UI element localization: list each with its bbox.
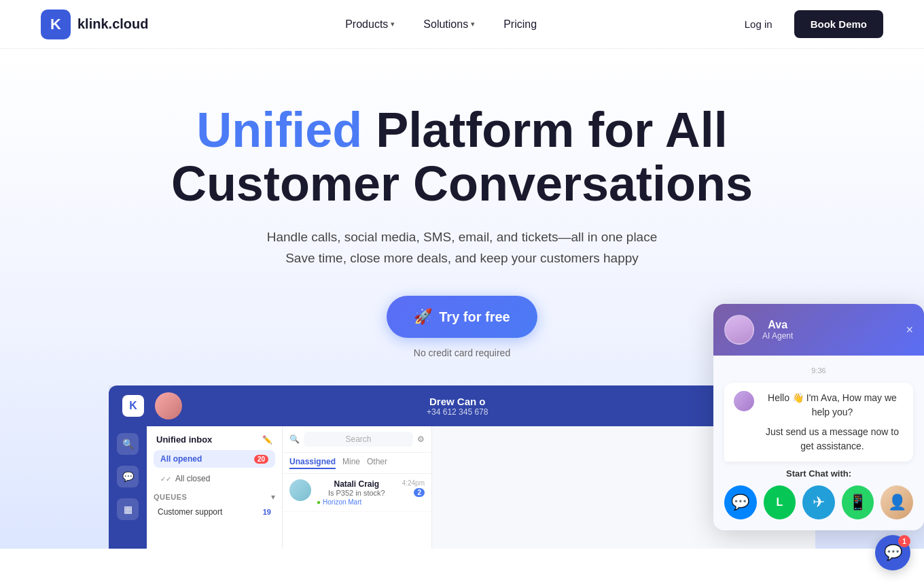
call-bar-logo: K bbox=[122, 395, 144, 417]
sidebar-icons: 🔍 💬 ▦ bbox=[109, 426, 147, 549]
queues-label: Queues bbox=[154, 493, 187, 501]
inbox-title: Unified inbox ✏️ bbox=[147, 434, 282, 450]
chat-close-button[interactable]: × bbox=[906, 323, 913, 337]
chevron-down-icon: ▾ bbox=[471, 20, 475, 29]
login-button[interactable]: Log in bbox=[734, 13, 783, 35]
chat-bubble: Hello 👋 I'm Ava, How may we help you? Ju… bbox=[724, 383, 913, 462]
chat-avatar-inner bbox=[726, 316, 753, 343]
channel-messenger-button[interactable]: 💬 bbox=[724, 485, 757, 519]
nav-products-label: Products bbox=[345, 18, 388, 31]
hero-title: Unified Platform for All Customer Conver… bbox=[156, 103, 768, 211]
channel-line-button[interactable]: L bbox=[764, 485, 796, 519]
chat-channels: 💬 L ✈ 📱 👤 bbox=[724, 485, 913, 519]
dashboard-frame: K Drew Can o +34 612 345 678 Ringing 🔍 💬… bbox=[109, 385, 815, 549]
conv-unread-badge: 2 bbox=[414, 488, 425, 497]
queues-section: Queues ▾ bbox=[154, 492, 275, 502]
conv-time: 4:24pm bbox=[402, 479, 425, 487]
call-bar: K Drew Can o +34 612 345 678 Ringing bbox=[109, 385, 815, 426]
conv-channel: ● Horizon Mart bbox=[317, 498, 397, 506]
edit-icon[interactable]: ✏️ bbox=[262, 435, 272, 445]
search-icon: 🔍 bbox=[289, 434, 300, 444]
chat-agent-role: AI Agent bbox=[762, 331, 793, 341]
sidebar-chat-icon[interactable]: 💬 bbox=[117, 466, 139, 487]
caller-info: Drew Can o +34 612 345 678 bbox=[193, 396, 722, 417]
logo-text: klink.cloud bbox=[77, 16, 148, 32]
logo[interactable]: K klink.cloud bbox=[41, 10, 148, 39]
try-for-free-button[interactable]: 🚀 Try for free bbox=[387, 296, 537, 338]
queues-toggle[interactable]: ▾ bbox=[271, 492, 275, 502]
dashboard-body: 🔍 💬 ▦ Unified inbox ✏️ All opened 20 bbox=[109, 426, 815, 549]
cta-label: Try for free bbox=[439, 309, 510, 325]
dashboard-preview: K Drew Can o +34 612 345 678 Ringing 🔍 💬… bbox=[109, 385, 815, 549]
sidebar-search-icon[interactable]: 🔍 bbox=[117, 433, 139, 455]
caller-name: Drew Can o bbox=[193, 396, 722, 407]
conv-tabs: Unassigned Mine Other bbox=[283, 453, 431, 474]
queue-name: Customer support bbox=[158, 507, 222, 517]
hero-subtitle-line2: Save time, close more deals, and keep yo… bbox=[285, 251, 639, 265]
nav-links: Products ▾ Solutions ▾ Pricing bbox=[334, 13, 548, 36]
chat-body: 9:36 Hello 👋 I'm Ava, How may we help yo… bbox=[713, 356, 924, 530]
channel-telegram-button[interactable]: ✈ bbox=[802, 485, 835, 519]
chat-agent-name: Ava bbox=[762, 319, 793, 331]
conv-contact-name: Natali Craig bbox=[317, 479, 397, 489]
chat-bubble-text: Hello 👋 I'm Ava, How may we help you? Ju… bbox=[761, 391, 904, 453]
all-opened-label: All opened bbox=[160, 454, 202, 464]
queue-list-item[interactable]: Customer support 19 bbox=[154, 504, 275, 519]
hero-subtitle-line1: Handle calls, social media, SMS, email, … bbox=[267, 230, 658, 244]
nav-pricing-label: Pricing bbox=[503, 18, 537, 31]
conv-meta: 4:24pm 2 bbox=[402, 479, 425, 497]
conversation-item[interactable]: Natali Craig Is P352 in stock? ● Horizon… bbox=[283, 474, 431, 512]
chat-start-label: Start Chat with: bbox=[724, 468, 913, 479]
chat-widget: Ava AI Agent × 9:36 Hello 👋 I'm Ava, How… bbox=[713, 304, 924, 530]
chat-greeting: Hello 👋 I'm Ava, How may we help you? bbox=[761, 391, 904, 419]
channel-whatsapp-button[interactable]: 📱 bbox=[842, 485, 874, 519]
inbox-title-text: Unified inbox bbox=[156, 434, 212, 445]
chat-agent-avatar bbox=[724, 315, 754, 345]
conv-search-bar: 🔍 Search ⚙ bbox=[283, 426, 431, 453]
caller-number: +34 612 345 678 bbox=[193, 407, 722, 417]
chat-bubble-avatar bbox=[734, 391, 754, 411]
chat-timestamp: 9:36 bbox=[724, 366, 913, 375]
all-closed-filter[interactable]: ✓✓ All closed bbox=[154, 470, 275, 487]
all-closed-label: All closed bbox=[175, 474, 210, 483]
conv-last-message: Is P352 in stock? bbox=[317, 489, 397, 497]
all-opened-filter[interactable]: All opened 20 bbox=[154, 450, 275, 468]
hero-section: Unified Platform for All Customer Conver… bbox=[0, 49, 924, 549]
chevron-down-icon: ▾ bbox=[391, 20, 395, 29]
nav-solutions-label: Solutions bbox=[423, 18, 468, 31]
conversation-panel: 🔍 Search ⚙ Unassigned Mine Other bbox=[283, 426, 432, 549]
nav-products[interactable]: Products ▾ bbox=[334, 13, 406, 36]
caller-avatar bbox=[155, 392, 182, 419]
search-input[interactable]: Search bbox=[304, 432, 413, 447]
tab-unassigned[interactable]: Unassigned bbox=[289, 457, 336, 469]
filter-icon[interactable]: ⚙ bbox=[417, 434, 425, 444]
nav-actions: Log in Book Demo bbox=[734, 10, 883, 38]
tab-mine[interactable]: Mine bbox=[342, 457, 360, 469]
all-opened-badge: 20 bbox=[254, 455, 268, 464]
rocket-icon: 🚀 bbox=[414, 308, 432, 326]
sidebar-grid-icon[interactable]: ▦ bbox=[117, 498, 139, 520]
nav-pricing[interactable]: Pricing bbox=[493, 13, 548, 36]
conv-info: Natali Craig Is P352 in stock? ● Horizon… bbox=[317, 479, 397, 506]
book-demo-button[interactable]: Book Demo bbox=[794, 10, 883, 38]
inbox-panel: Unified inbox ✏️ All opened 20 ✓✓ All cl… bbox=[147, 426, 283, 549]
channel-agent-button[interactable]: 👤 bbox=[881, 485, 913, 519]
queue-count: 19 bbox=[263, 508, 271, 516]
logo-icon: K bbox=[41, 10, 71, 39]
chat-sub-greeting: Just send us a message now to get assist… bbox=[761, 425, 904, 453]
chat-agent-info: Ava AI Agent bbox=[762, 319, 793, 341]
hero-subtitle: Handle calls, social media, SMS, email, … bbox=[27, 227, 897, 269]
hero-title-accent: Unified bbox=[196, 103, 362, 157]
navbar: K klink.cloud Products ▾ Solutions ▾ Pri… bbox=[0, 0, 924, 49]
chat-header: Ava AI Agent × bbox=[713, 304, 924, 356]
nav-solutions[interactable]: Solutions ▾ bbox=[412, 13, 486, 36]
conv-avatar bbox=[289, 479, 311, 501]
tab-other[interactable]: Other bbox=[367, 457, 387, 469]
chat-float-badge: 1 bbox=[898, 535, 910, 547]
